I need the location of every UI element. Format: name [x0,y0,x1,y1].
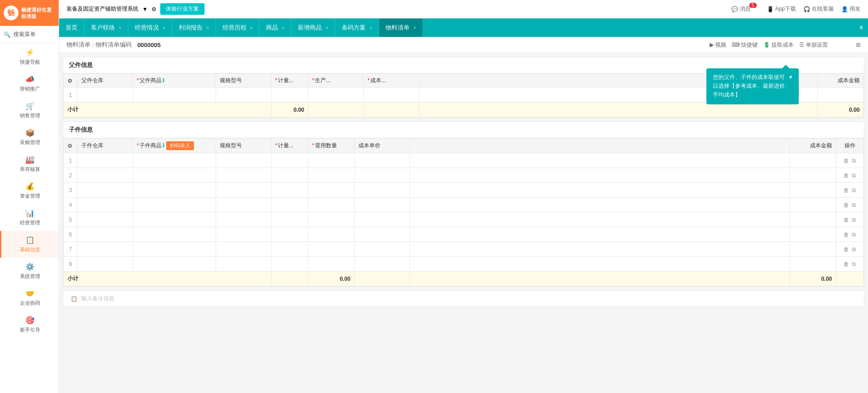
nav-tab-home[interactable]: 首页 [59,18,84,37]
child-unit-8[interactable] [271,257,308,272]
delete-icon-6[interactable]: 🗑 [844,231,849,238]
child-goods-7[interactable] [133,242,216,257]
child-warehouse-4[interactable] [78,198,133,212]
try-button[interactable]: 体验行业方案 [160,3,205,15]
tab-close-goods[interactable]: × [282,25,284,30]
child-quantity-7[interactable] [308,242,355,257]
parent-cost-cell[interactable] [364,88,419,103]
note-placeholder[interactable]: 输入备注信息 [81,295,115,302]
child-warehouse-2[interactable] [78,168,133,183]
delete-icon-3[interactable]: 🗑 [844,187,849,193]
child-warehouse-1[interactable] [78,153,133,168]
sidebar-item-finance[interactable]: 💰资金管理 [0,177,59,204]
child-amount-1[interactable] [790,153,836,168]
child-warehouse-7[interactable] [78,242,133,257]
child-amount-2[interactable] [790,168,836,183]
nav-tab-history[interactable]: 经营历程× [216,18,260,37]
delete-icon-8[interactable]: 🗑 [844,261,849,267]
sidebar-item-system[interactable]: ⚙️系统管理 [0,258,59,284]
nav-tab-operations[interactable]: 经营情况× [128,18,172,37]
child-unit-cost-8[interactable] [355,257,410,272]
sidebar-item-quick-nav[interactable]: ⚡快捷导航 [0,43,59,70]
child-warehouse-5[interactable] [78,212,133,227]
delete-icon-7[interactable]: 🗑 [844,246,849,253]
search-menu-item[interactable]: 🔍 搜索菜单 [0,26,59,43]
child-quantity-6[interactable] [308,227,355,242]
tab-close-operations[interactable]: × [163,25,165,30]
child-spec-7[interactable] [216,242,271,257]
parent-spec-cell[interactable] [216,88,271,103]
user-action[interactable]: 👤 用友 [841,5,861,13]
child-spec-5[interactable] [216,212,271,227]
delete-icon-4[interactable]: 🗑 [844,202,849,208]
child-unit-7[interactable] [271,242,308,257]
copy-icon-3[interactable]: ⧉ [852,187,856,193]
child-spec-2[interactable] [216,168,271,183]
child-goods-2[interactable] [133,168,216,183]
child-unit-cost-1[interactable] [355,153,410,168]
child-quantity-8[interactable] [308,257,355,272]
copy-icon-7[interactable]: ⧉ [852,246,856,253]
extract-cost-action[interactable]: 💲 提取成本 [763,41,794,49]
message-action[interactable]: 💬 消息 5 [731,5,760,13]
child-unit-2[interactable] [271,168,308,183]
tab-close-history[interactable]: × [250,25,253,30]
dropdown-icon[interactable]: ▼ [142,6,148,12]
tab-close-add-goods[interactable]: × [326,25,328,30]
sidebar-item-sales[interactable]: 🛒销售管理 [0,97,59,124]
nav-tab-barcode[interactable]: 条码方案× [335,18,379,37]
single-settings-action[interactable]: ☰ 单据设置 [799,41,828,49]
child-unit-cost-5[interactable] [355,212,410,227]
copy-icon-4[interactable]: ⧉ [852,202,856,208]
child-amount-5[interactable] [790,212,836,227]
prev-doc-arrow[interactable]: ‹ [833,41,839,48]
child-quantity-2[interactable] [308,168,355,183]
parent-amount-cell[interactable] [818,88,864,103]
online-service-action[interactable]: 🎧 在线客服 [803,5,834,13]
child-amount-3[interactable] [790,183,836,198]
copy-icon-8[interactable]: ⧉ [852,261,856,267]
child-unit-cost-4[interactable] [355,198,410,212]
delete-icon-1[interactable]: 🗑 [844,157,849,164]
child-spec-3[interactable] [216,183,271,198]
delete-icon-5[interactable]: 🗑 [844,217,849,223]
child-unit-4[interactable] [271,198,308,212]
scan-button[interactable]: 扫码录入 [166,141,194,150]
tab-close-customer[interactable]: × [119,25,121,30]
copy-icon-5[interactable]: ⧉ [852,217,856,223]
nav-tab-add-goods[interactable]: 新增商品× [291,18,335,37]
child-goods-3[interactable] [133,183,216,198]
sidebar-item-inventory[interactable]: 🏭库存核算 [0,151,59,177]
child-unit-cost-6[interactable] [355,227,410,242]
shortcut-action[interactable]: ⌨ 快捷键 [732,41,758,49]
tab-close-bom[interactable]: × [413,25,416,30]
settings-icon[interactable]: ⚙ [151,6,157,12]
child-quantity-1[interactable] [308,153,355,168]
child-goods-4[interactable] [133,198,216,212]
nav-tab-customer[interactable]: 客户联络× [84,18,128,37]
delete-icon-2[interactable]: 🗑 [844,172,849,179]
child-amount-7[interactable] [790,242,836,257]
tab-close-barcode[interactable]: × [369,25,372,30]
child-unit-3[interactable] [271,183,308,198]
child-unit-cost-2[interactable] [355,168,410,183]
child-warehouse-8[interactable] [78,257,133,272]
child-goods-5[interactable] [133,212,216,227]
tab-close-profit[interactable]: × [206,25,209,30]
parent-warehouse-cell[interactable] [78,88,133,103]
sidebar-item-purchase[interactable]: 📦采购管理 [0,124,59,151]
nav-tab-goods[interactable]: 商品× [259,18,291,37]
child-warehouse-6[interactable] [78,227,133,242]
parent-goods-cell[interactable] [133,88,216,103]
child-goods-8[interactable] [133,257,216,272]
child-spec-6[interactable] [216,227,271,242]
sidebar-item-basic-info[interactable]: 📋基础信息 [0,231,59,258]
child-amount-8[interactable] [790,257,836,272]
nav-tab-profit[interactable]: 利润报告× [172,18,216,37]
child-warehouse-3[interactable] [78,183,133,198]
parent-production-cell[interactable] [308,88,364,103]
breadcrumb-tab[interactable]: 物料清单 [66,41,90,49]
child-goods-6[interactable] [133,227,216,242]
child-quantity-5[interactable] [308,212,355,227]
child-quantity-3[interactable] [308,183,355,198]
